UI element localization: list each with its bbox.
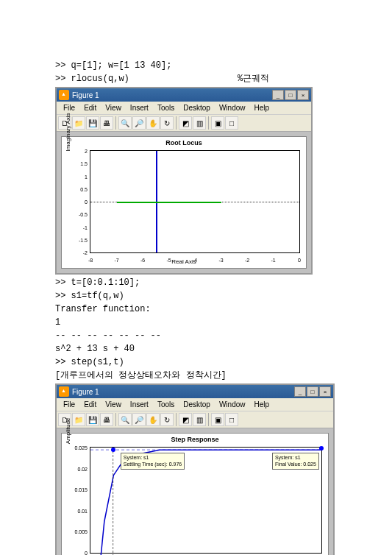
plot-title: Step Response [62, 434, 328, 443]
y-tick: -1 [73, 225, 88, 230]
command-line: >> s1=tf(q,w) [55, 289, 337, 303]
y-tick: -1.5 [73, 237, 88, 242]
y-tick: 2 [73, 149, 88, 154]
y-tick: 0.02 [73, 466, 88, 471]
y-tick: -2 [73, 250, 88, 255]
window-title: Figure 1 [72, 91, 99, 99]
minimize-button[interactable]: _ [294, 386, 306, 397]
tf-denominator: s^2 + 13 s + 40 [55, 342, 337, 356]
command-line: >> t=[0:0.1:10]; [55, 276, 337, 289]
y-tick: 0 [73, 551, 88, 556]
datatip-line: System: s1 [124, 455, 182, 461]
y-tick: 0 [73, 199, 88, 205]
menu-help[interactable]: Help [251, 103, 274, 113]
colorbar-icon[interactable]: ▥ [193, 116, 206, 130]
save-icon[interactable]: 💾 [86, 413, 99, 426]
print-icon[interactable]: 🖶 [100, 116, 113, 130]
y-tick: 0.005 [73, 529, 88, 534]
menubar: File Edit View Insert Tools Desktop Wind… [57, 102, 311, 115]
colorbar-icon[interactable]: ▥ [193, 413, 206, 426]
command-text: >> rlocus(q,w) [55, 74, 129, 84]
tf-divider: -- -- -- -- -- -- -- [55, 329, 337, 342]
y-tick: 1.5 [73, 161, 88, 166]
y-tick: 0.015 [73, 487, 88, 492]
datatip-line: Settling Time (sec): 0.976 [124, 462, 182, 467]
y-axis-label: Amplitude [65, 394, 71, 467]
data-marker[interactable] [111, 448, 115, 452]
tf-numerator: 1 [55, 316, 337, 329]
y-tick: 0.5 [73, 186, 88, 191]
toolbar-separator [115, 413, 116, 426]
figure-window-2: Figure 1 _ □ × File Edit View Insert Too… [55, 383, 335, 555]
menu-window[interactable]: Window [215, 400, 249, 409]
open-icon[interactable]: 📁 [72, 116, 85, 130]
root-locus-plot[interactable]: Root Locus Imaginary Axis 2 1.5 1 0.5 0 … [61, 136, 307, 269]
maximize-button[interactable]: □ [285, 90, 296, 100]
toolbar-separator [208, 413, 209, 426]
titlebar[interactable]: Figure 1 _ □ × [57, 385, 333, 398]
x-axis-label: Real Axis [62, 258, 306, 266]
command-line: >> rlocus(q,w) %근궤적 [55, 72, 337, 85]
menu-desktop[interactable]: Desktop [179, 400, 214, 409]
pan-icon[interactable]: ✋ [146, 413, 160, 426]
toolbar: 🗋 📁 💾 🖶 🔍 🔎 ✋ ↻ ◩ ▥ ▣ □ [57, 411, 333, 428]
command-line: >> step(s1,t) [55, 356, 337, 369]
save-icon[interactable]: 💾 [86, 116, 99, 130]
pan-icon[interactable]: ✋ [146, 116, 160, 130]
print-icon[interactable]: 🖶 [100, 413, 113, 426]
menu-view[interactable]: View [101, 400, 125, 409]
menu-insert[interactable]: Insert [126, 400, 152, 409]
toolbar: 🗋 📁 💾 🖶 🔍 🔎 ✋ ↻ ◩ ▥ ▣ □ [57, 115, 311, 132]
y-tick: -0.5 [73, 212, 88, 217]
y-tick: 0.025 [73, 445, 88, 450]
plot-title: Root Locus [62, 137, 306, 146]
axes-box: 2 1.5 1 0.5 0 -0.5 -1 -1.5 -2 -8 -7 -6 -… [90, 150, 300, 253]
plot-area: Root Locus Imaginary Axis 2 1.5 1 0.5 0 … [57, 132, 311, 273]
datatip-line: Final Value: 0.025 [275, 462, 316, 467]
menu-help[interactable]: Help [251, 400, 274, 409]
datatip-line: System: s1 [275, 455, 316, 461]
titlebar[interactable]: Figure 1 _ □ × [57, 88, 311, 102]
command-comment: %근궤적 [238, 74, 269, 84]
menu-desktop[interactable]: Desktop [179, 103, 214, 113]
toolbar-separator [208, 116, 209, 130]
zoom-out-icon[interactable]: 🔎 [132, 413, 146, 426]
rotate-icon[interactable]: ↻ [160, 116, 174, 130]
data-marker[interactable] [319, 446, 324, 450]
plottools-icon[interactable]: □ [225, 413, 238, 426]
zoom-in-icon[interactable]: 🔍 [118, 413, 132, 426]
menu-view[interactable]: View [101, 103, 125, 113]
close-button[interactable]: × [319, 386, 331, 397]
tf-label: Transfer function: [55, 303, 337, 316]
menu-insert[interactable]: Insert [126, 103, 152, 113]
menu-edit[interactable]: Edit [80, 400, 100, 409]
figure-window-1: Figure 1 _ □ × File Edit View Insert Too… [55, 87, 313, 275]
root-locus-branch [117, 202, 221, 203]
legend-icon[interactable]: ▣ [211, 116, 224, 130]
toolbar-separator [176, 116, 177, 130]
zoom-out-icon[interactable]: 🔎 [132, 116, 146, 130]
toolbar-separator [115, 116, 116, 130]
plottools-icon[interactable]: □ [225, 116, 238, 130]
menu-tools[interactable]: Tools [154, 103, 178, 113]
menu-edit[interactable]: Edit [80, 103, 100, 113]
open-icon[interactable]: 📁 [72, 413, 85, 426]
datatip-final[interactable]: System: s1 Final Value: 0.025 [272, 453, 319, 470]
y-tick: 1 [73, 174, 88, 179]
menu-tools[interactable]: Tools [154, 400, 178, 409]
rotate-icon[interactable]: ↻ [160, 413, 174, 426]
zoom-in-icon[interactable]: 🔍 [118, 116, 132, 130]
menubar: File Edit View Insert Tools Desktop Wind… [57, 398, 333, 411]
y-axis-label: Imaginary Axis [65, 96, 71, 169]
command-line: >> q=[1]; w=[1 13 40]; [55, 59, 337, 72]
datacursor-icon[interactable]: ◩ [179, 413, 192, 426]
menu-window[interactable]: Window [215, 103, 249, 113]
legend-icon[interactable]: ▣ [211, 413, 224, 426]
datacursor-icon[interactable]: ◩ [179, 116, 192, 130]
datatip-settling[interactable]: System: s1 Settling Time (sec): 0.976 [121, 453, 185, 470]
close-button[interactable]: × [297, 90, 309, 100]
step-response-plot[interactable]: Step Response Amplitude System: s1 Settl… [61, 433, 329, 555]
comment-line: [개루프에서의 정상상태오차와 정착시간] [55, 369, 337, 382]
maximize-button[interactable]: □ [307, 386, 318, 397]
minimize-button[interactable]: _ [272, 90, 284, 100]
